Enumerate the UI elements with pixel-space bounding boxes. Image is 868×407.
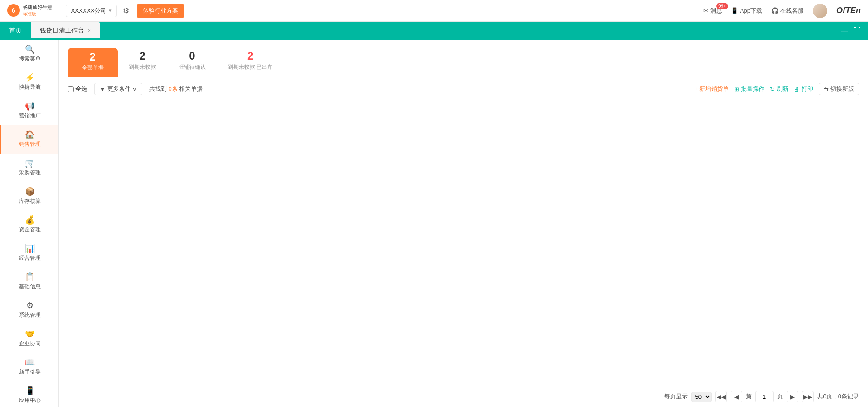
company-selector[interactable]: XXXXXX公司 ▾ [66,5,117,17]
quicknav-icon: ⚡ [25,74,35,82]
batch-operation-button[interactable]: ⊞ 批量操作 [734,85,764,93]
sidebar-item-basicinfo[interactable]: 📋 基础信息 [0,267,58,296]
stat-tab-overdue[interactable]: 2 到期未收款 [118,47,167,78]
trial-button[interactable]: 体验行业方案 [137,4,184,18]
per-page-select[interactable]: 50 [691,392,712,402]
page-suffix: 页 [777,393,783,401]
add-order-button[interactable]: + 新增销货单 [694,85,729,93]
maximize-btn[interactable]: ⛶ [854,27,861,35]
company-name: XXXXXX公司 [71,7,106,15]
online-service-btn[interactable]: 🎧 在线客服 [771,7,804,15]
sidebar-search-label: 搜索菜单 [19,55,41,63]
sidebar-quicknav-label: 快捷导航 [19,84,41,91]
sidebar-item-operations[interactable]: 📊 经营管理 [0,239,58,267]
sidebar-item-appstore[interactable]: 📱 应用中心 [0,381,58,407]
found-prefix: 共找到 [149,85,167,92]
tab-progress [31,38,100,40]
avatar[interactable] [813,4,827,18]
purchase-icon: 🛒 [25,159,35,167]
switch-icon: ⇆ [824,86,829,93]
sidebar-item-guide[interactable]: 📖 新手引导 [0,353,58,381]
sidebar: 🔍 搜索菜单 ⚡ 快捷导航 📢 营销推广 🏠 销售管理 🛒 采购管理 📦 库存核… [0,40,59,407]
system-icon: ⚙ [26,301,33,309]
message-badge: 99+ [716,3,728,9]
stat-all-number: 2 [90,51,95,62]
active-tab[interactable]: 钱货日清工作台 × [31,22,100,40]
stat-wangpu-number: 0 [189,51,195,61]
found-text: 共找到 0条 相关单据 [149,85,203,93]
table-area [59,100,868,386]
select-all-label: 全选 [75,85,87,93]
refresh-button[interactable]: ↻ 刷新 [770,85,788,93]
top-header: 6 畅捷通好生意 标准版 XXXXXX公司 ▾ ⚙ 体验行业方案 ✉ 消息 99… [0,0,868,22]
sidebar-item-sales[interactable]: 🏠 销售管理 [0,125,58,154]
message-btn[interactable]: ✉ 消息 99+ [703,7,722,15]
sidebar-finance-label: 资金管理 [19,226,41,234]
toolbar: 全选 ▼ 更多条件 ∨ 共找到 0条 相关单据 + 新增销货单 ⊞ 批量操作 [59,78,868,100]
select-all-input[interactable] [68,86,74,92]
last-page-btn[interactable]: ▶▶ [802,391,814,402]
sidebar-sales-label: 销售管理 [19,140,41,148]
marketing-icon: 📢 [25,102,35,110]
next-page-btn[interactable]: ▶ [787,391,798,402]
prev-page-btn[interactable]: ◀ [731,391,742,402]
filter-button[interactable]: ▼ 更多条件 ∨ [94,83,142,95]
logo-icon: 6 [7,4,20,17]
page-prefix: 第 [746,393,752,401]
app-download-label: App下载 [740,7,762,15]
page-input[interactable] [755,391,774,402]
active-tab-label: 钱货日清工作台 [40,27,84,35]
stat-shipped-label: 到期未收款 已出库 [228,63,273,71]
first-page-btn[interactable]: ◀◀ [715,391,727,402]
refresh-icon: ↻ [770,86,775,93]
sidebar-system-label: 系统管理 [19,311,41,319]
stat-overdue-number: 2 [139,51,145,61]
search-icon: 🔍 [25,45,35,53]
tab-close-icon[interactable]: × [88,28,91,34]
logo-text-group: 畅捷通好生意 标准版 [23,4,52,17]
settings-icon[interactable]: ⚙ [121,5,131,17]
sidebar-item-inventory[interactable]: 📦 库存核算 [0,182,58,211]
inventory-icon: 📦 [25,187,35,196]
appstore-icon: 📱 [25,387,35,395]
sidebar-item-finance[interactable]: 💰 资金管理 [0,211,58,239]
switch-version-button[interactable]: ⇆ 切换新版 [819,83,859,95]
company-dropdown-arrow: ▾ [109,8,112,14]
operations-icon: 📊 [25,244,35,253]
minimize-btn[interactable]: — [841,27,848,35]
print-button[interactable]: 🖨 打印 [794,85,813,93]
stat-overdue-label: 到期未收款 [129,63,156,71]
sidebar-operations-label: 经营管理 [19,254,41,262]
sidebar-appstore-label: 应用中心 [19,397,41,404]
enterprise-icon: 🤝 [25,330,35,338]
stats-tabs: 2 全部单据 2 到期未收款 0 旺辅待确认 2 到期未收款 已出库 [59,40,868,78]
filter-icon: ▼ [99,86,105,93]
stat-tab-shipped[interactable]: 2 到期未收款 已出库 [217,47,283,78]
logo-area: 6 畅捷通好生意 标准版 [7,4,66,17]
sidebar-item-marketing[interactable]: 📢 营销推广 [0,97,58,125]
sidebar-item-enterprise[interactable]: 🤝 企业协同 [0,324,58,353]
sales-icon: 🏠 [25,131,35,139]
batch-label: 批量操作 [741,85,764,93]
stat-tab-all[interactable]: 2 全部单据 [68,48,118,77]
home-tab-label: 首页 [9,27,22,35]
sidebar-item-search[interactable]: 🔍 搜索菜单 [0,40,58,68]
found-count: 0条 [169,85,178,92]
logo-badge: 标准版 [23,11,52,17]
select-all-checkbox[interactable]: 全选 [68,85,87,93]
total-label: 共0页，0条记录 [817,393,859,401]
sidebar-basicinfo-label: 基础信息 [19,283,41,290]
add-order-label: + 新增销货单 [694,85,729,93]
often-label: OfTEn [836,6,861,15]
sidebar-item-purchase[interactable]: 🛒 采购管理 [0,154,58,182]
sidebar-purchase-label: 采购管理 [19,169,41,177]
header-right: ✉ 消息 99+ 📱 App下载 🎧 在线客服 OfTEn [703,4,861,18]
sidebar-item-system[interactable]: ⚙ 系统管理 [0,296,58,324]
home-tab[interactable]: 首页 [0,22,31,40]
sidebar-item-quicknav[interactable]: ⚡ 快捷导航 [0,68,58,97]
stat-tab-wangpu[interactable]: 0 旺辅待确认 [167,47,217,78]
sidebar-enterprise-label: 企业协同 [19,340,41,347]
finance-icon: 💰 [25,216,35,224]
toolbar-right: + 新增销货单 ⊞ 批量操作 ↻ 刷新 🖨 打印 ⇆ 切换新版 [694,83,859,95]
app-download-btn[interactable]: 📱 App下载 [731,7,762,15]
